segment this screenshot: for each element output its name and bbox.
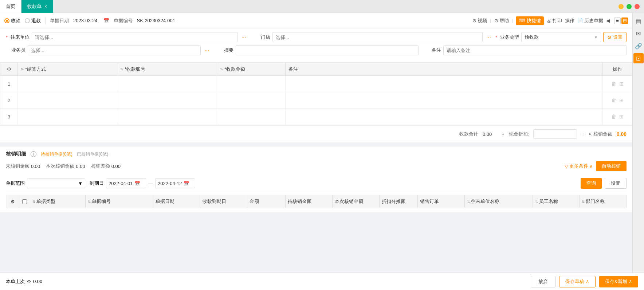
- td-account-1[interactable]: [117, 76, 217, 92]
- copy-icon-3[interactable]: ⊞: [619, 114, 624, 119]
- bth-current-label: 本次核销金额: [335, 198, 363, 205]
- row-num-2: 2: [8, 98, 10, 103]
- table-row: 2 🗑 ⊞: [0, 92, 632, 109]
- receipt-radio[interactable]: 收款: [4, 17, 20, 24]
- footer-info: 本单上次 ⊙ 0.00: [6, 278, 42, 285]
- staff-more-btn[interactable]: ···: [203, 47, 211, 54]
- select-all-checkbox[interactable]: [22, 199, 27, 204]
- history-btn[interactable]: 📄 历史单据: [577, 17, 603, 24]
- biz-type-select[interactable]: 预收款 ▼: [521, 32, 601, 42]
- store-input[interactable]: [272, 32, 483, 42]
- maximize-btn[interactable]: [627, 4, 632, 9]
- current-stat: 本次核销金额 0.00: [46, 163, 85, 169]
- minimize-btn[interactable]: [619, 4, 624, 9]
- discount-input[interactable]: [533, 129, 577, 139]
- table-row: 3 🗑 ⊞: [0, 109, 632, 125]
- partner-label: 往来单位: [10, 34, 30, 40]
- query-btn[interactable]: 查询: [581, 178, 602, 189]
- tab-close-btn[interactable]: ×: [44, 4, 47, 9]
- td-note-2[interactable]: [286, 92, 603, 108]
- note-input[interactable]: [443, 45, 627, 55]
- td-ops-1: 🗑 ⊞: [603, 76, 632, 92]
- ops-btn[interactable]: 操作: [565, 17, 574, 24]
- th-settlement: ⇅ *结算方式: [18, 63, 117, 75]
- layout1-btn[interactable]: ≡: [614, 17, 621, 24]
- tab-receipt[interactable]: 收款单 ×: [21, 0, 53, 13]
- more-conditions-btn[interactable]: ▽ 更多条件 ∧: [565, 163, 593, 169]
- td-amount-2[interactable]: [217, 92, 286, 108]
- bth-check[interactable]: [19, 195, 30, 208]
- delete-icon-3[interactable]: 🗑: [611, 114, 616, 119]
- info-icon[interactable]: i: [31, 151, 36, 157]
- copy-icon-2[interactable]: ⊞: [619, 97, 624, 103]
- range-select[interactable]: ▼: [27, 178, 85, 188]
- help-label: 帮助: [499, 17, 509, 24]
- store-more-btn[interactable]: ···: [485, 34, 492, 40]
- calendar-icon[interactable]: 📅: [103, 18, 109, 23]
- sort-number[interactable]: ⇅: [88, 200, 91, 204]
- cal-icon-1[interactable]: 📅: [134, 181, 140, 186]
- layout2-btn[interactable]: ⊞: [621, 17, 628, 24]
- td-settlement-3[interactable]: [18, 109, 117, 125]
- sort-icon2[interactable]: ⇅: [120, 67, 123, 71]
- partner-more-btn[interactable]: ···: [240, 34, 248, 40]
- copy-icon-1[interactable]: ⊞: [619, 81, 624, 87]
- sort-icon3[interactable]: ⇅: [220, 67, 223, 71]
- tab-bar: 首页 收款单 ×: [0, 0, 644, 13]
- save-new-btn[interactable]: 保存&新增 ∧: [599, 276, 638, 287]
- td-settlement-1[interactable]: [18, 76, 117, 92]
- date-to-input[interactable]: 2022-04-12 📅: [155, 178, 195, 188]
- print-btn[interactable]: 🖨 打印: [547, 17, 562, 24]
- abandon-btn[interactable]: 放弃: [531, 276, 555, 287]
- date-from-input[interactable]: 2022-04-01 📅: [106, 178, 146, 188]
- footer-info-icon[interactable]: ⊙: [27, 279, 31, 284]
- range-label: 单据范围: [6, 180, 25, 187]
- pending-tab[interactable]: 待核销单据(0笔): [41, 151, 72, 157]
- nav-prev-btn[interactable]: ◀: [606, 18, 610, 23]
- sort-type[interactable]: ⇅: [32, 200, 35, 204]
- sort-dept[interactable]: ⇅: [582, 200, 585, 204]
- partner-input[interactable]: [32, 32, 238, 42]
- auto-verify-btn[interactable]: 自动核销: [596, 161, 627, 171]
- sidebar-table-icon[interactable]: ▤: [633, 16, 644, 26]
- toolbar: 收款 退款 单据日期 2023-03-24 📅 单据编号 SK-20230324…: [0, 13, 632, 28]
- summary-row: 收款合计 0.00 + 现金折扣: = 可核销金额 0.00: [0, 125, 632, 142]
- delete-icon-1[interactable]: 🗑: [611, 81, 616, 87]
- th-gear[interactable]: ⚙: [0, 63, 18, 75]
- td-amount-3[interactable]: [217, 109, 286, 125]
- settings-icon: ⚙: [607, 35, 612, 40]
- help-btn[interactable]: ⊙ 帮助: [494, 17, 509, 24]
- td-amount-1[interactable]: [217, 76, 286, 92]
- delete-icon-2[interactable]: 🗑: [611, 97, 616, 103]
- refund-radio[interactable]: 退款: [25, 17, 41, 24]
- close-btn[interactable]: [635, 4, 640, 9]
- sidebar-form-icon[interactable]: ⊡: [633, 53, 644, 63]
- main-table: ⚙ ⇅ *结算方式 ⇅ *收款账号 ⇅ *收款金额 备注 操作 1: [0, 62, 632, 125]
- bth-gear[interactable]: ⚙: [6, 195, 19, 208]
- video-btn[interactable]: ⊙ 视频: [472, 17, 487, 24]
- save-draft-btn[interactable]: 保存草稿 ∧: [559, 276, 596, 287]
- td-account-3[interactable]: [117, 109, 217, 125]
- sidebar-link-icon[interactable]: 🔗: [633, 41, 644, 51]
- tab-home[interactable]: 首页: [0, 0, 21, 13]
- bth-date: 单据日期: [153, 195, 200, 208]
- shortcut-btn[interactable]: ⌨ 快捷键: [516, 16, 544, 25]
- done-tab[interactable]: 已核销单据(0笔): [77, 151, 109, 157]
- td-account-2[interactable]: [117, 92, 217, 108]
- sort-partner[interactable]: ⇅: [467, 200, 470, 204]
- sort-icon[interactable]: ⇅: [21, 67, 24, 71]
- summary-input[interactable]: [236, 45, 419, 55]
- staff-input[interactable]: [28, 45, 201, 55]
- sort-staff[interactable]: ⇅: [535, 200, 538, 204]
- date-label: 单据日期: [50, 17, 69, 24]
- td-note-3[interactable]: [286, 109, 603, 125]
- cal-icon-2[interactable]: 📅: [184, 181, 189, 186]
- td-note-1[interactable]: [286, 76, 603, 92]
- plus-sign: +: [502, 132, 504, 137]
- sidebar-mail-icon[interactable]: ✉: [633, 28, 644, 39]
- footer-prev-label: 本单上次: [6, 278, 25, 285]
- ver-settings-btn[interactable]: 设置: [605, 178, 627, 189]
- td-settlement-2[interactable]: [18, 92, 117, 108]
- query-label: 查询: [586, 180, 596, 186]
- settings-btn[interactable]: ⚙ 设置: [603, 32, 627, 42]
